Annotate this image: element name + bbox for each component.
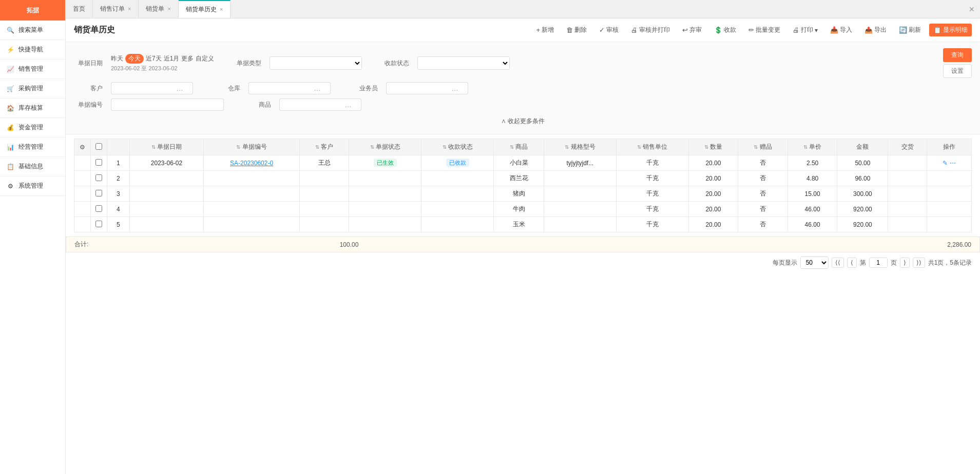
shortcut-more[interactable]: 更多	[181, 54, 194, 63]
cell-doc-no-0[interactable]: SA-20230602-0	[204, 155, 300, 171]
col-settings[interactable]: ⚙	[74, 139, 91, 155]
audit-button[interactable]: ✓ 审核	[595, 24, 623, 36]
goods-dots[interactable]: …	[344, 101, 352, 109]
col-doc-status[interactable]: ⇅ 单据状态	[349, 139, 421, 155]
tab-sales-delivery-history[interactable]: 销货单历史 ×	[179, 0, 230, 18]
cell-checkbox-4[interactable]	[91, 217, 107, 232]
batch-change-button[interactable]: ✏ 批量变更	[744, 24, 784, 36]
customer-input[interactable]	[114, 85, 176, 92]
select-all-checkbox[interactable]	[95, 143, 102, 150]
cell-actions-1[interactable]	[927, 171, 972, 186]
col-qty[interactable]: ⇅ 数量	[688, 139, 738, 155]
cell-actions-3[interactable]	[927, 202, 972, 217]
warehouse-dots[interactable]: …	[314, 84, 321, 92]
query-button[interactable]: 查询	[943, 48, 972, 62]
col-gift[interactable]: ⇅ 赠品	[738, 139, 788, 155]
tab-sales-order-close[interactable]: ×	[128, 6, 131, 12]
shortcut-7days[interactable]: 近7天	[146, 54, 162, 63]
tab-sales-delivery-close[interactable]: ×	[167, 6, 170, 12]
next-page-button[interactable]: ⟩	[900, 258, 910, 268]
basic-info-icon: 📋	[6, 163, 14, 171]
row-checkbox-0[interactable]	[95, 159, 102, 166]
col-payment-status[interactable]: ⇅ 收款状态	[421, 139, 494, 155]
col-spec[interactable]: ⇅ 规格型号	[544, 139, 616, 155]
shortcut-today[interactable]: 今天	[125, 54, 144, 64]
sidebar-item-inventory[interactable]: 🏠 库存核算	[0, 98, 65, 118]
page-number-input[interactable]	[869, 258, 888, 268]
collapse-more-button[interactable]: ∧ 收起更多条件	[74, 115, 972, 128]
cell-goods-0: 小白菜	[494, 155, 544, 171]
tab-bar-close-all[interactable]: ✕	[969, 5, 980, 13]
goods-input[interactable]	[283, 101, 344, 108]
cell-unit-price-3: 46.00	[787, 202, 837, 217]
export-button[interactable]: 📤 导出	[860, 24, 891, 36]
tab-sales-delivery[interactable]: 销货单 ×	[139, 0, 178, 18]
cell-checkbox-1[interactable]	[91, 171, 107, 186]
cell-checkbox-3[interactable]	[91, 202, 107, 217]
cell-unit-price-2: 15.00	[787, 186, 837, 202]
collect-button[interactable]: 💲 收款	[710, 24, 740, 36]
row-checkbox-4[interactable]	[95, 221, 102, 227]
prev-page-button[interactable]: ⟨	[847, 258, 857, 268]
cell-actions-0[interactable]: ✎⋯	[927, 155, 972, 171]
date-shortcuts: 昨天 今天 近7天 近1月 更多 自定义 2023-06-02 至 2023-0…	[111, 54, 214, 72]
row-checkbox-1[interactable]	[95, 174, 102, 181]
set-button[interactable]: 设置	[943, 64, 972, 78]
col-amount: 金额	[837, 139, 888, 155]
sidebar-item-basic-info[interactable]: 📋 基础信息	[0, 157, 65, 176]
audit-print-button[interactable]: 🖨 审核并打印	[627, 24, 674, 36]
refresh-button[interactable]: 🔄 刷新	[895, 24, 925, 36]
cell-actions-4[interactable]	[927, 217, 972, 232]
col-doc-no[interactable]: ⇅ 单据编号	[204, 139, 300, 155]
display-details-button[interactable]: 📋 显示明细	[929, 24, 972, 36]
doc-type-select[interactable]	[270, 56, 362, 70]
col-unit[interactable]: ⇅ 销售单位	[616, 139, 688, 155]
last-page-button[interactable]: ⟩⟩	[913, 258, 925, 268]
row-checkbox-2[interactable]	[95, 190, 102, 196]
delete-button[interactable]: 🗑 删除	[562, 24, 591, 36]
first-page-button[interactable]: ⟨⟨	[832, 258, 844, 268]
more-btn-0[interactable]: ⋯	[949, 160, 957, 167]
edit-btn-0[interactable]: ✎	[941, 160, 949, 167]
sidebar-item-finance[interactable]: 💰 资金管理	[0, 118, 65, 137]
col-customer[interactable]: ⇅ 客户	[299, 139, 349, 155]
salesperson-dots[interactable]: …	[451, 84, 458, 92]
add-button[interactable]: + 新增	[532, 24, 558, 36]
sidebar-logo: 拓据	[0, 0, 65, 21]
cell-checkbox-2[interactable]	[91, 186, 107, 202]
sales-icon: 📈	[6, 65, 14, 73]
sidebar-item-operations[interactable]: 📊 经营管理	[0, 137, 65, 157]
shortcut-yesterday[interactable]: 昨天	[111, 54, 123, 63]
sidebar-item-purchase[interactable]: 🛒 采购管理	[0, 79, 65, 98]
customer-dots[interactable]: …	[176, 84, 183, 92]
import-button[interactable]: 📥 导入	[826, 24, 856, 36]
col-doc-date[interactable]: ⇅ 单据日期	[129, 139, 204, 155]
tab-home[interactable]: 首页	[66, 0, 93, 18]
col-checkbox[interactable]	[91, 139, 107, 155]
salesperson-input[interactable]	[390, 85, 451, 92]
sidebar-item-system[interactable]: ⚙ 系统管理	[0, 176, 65, 196]
payment-status-select[interactable]	[417, 56, 510, 70]
table-row: 2 西兰花 千克 20.00 否 4.80 96.00	[74, 171, 972, 186]
cell-checkbox-0[interactable]	[91, 155, 107, 171]
cell-actions-2[interactable]	[927, 186, 972, 202]
col-goods[interactable]: ⇅ 商品	[494, 139, 544, 155]
tab-sales-order[interactable]: 销售订单 ×	[93, 0, 139, 18]
shortcut-custom[interactable]: 自定义	[196, 54, 214, 63]
page-size-select[interactable]: 50 100 200	[800, 256, 829, 269]
cell-doc-no-4[interactable]	[204, 217, 300, 232]
cell-doc-no-1[interactable]	[204, 171, 300, 186]
col-unit-price[interactable]: ⇅ 单价	[787, 139, 837, 155]
warehouse-input[interactable]	[252, 85, 314, 92]
discard-button[interactable]: ↩ 弃审	[678, 24, 706, 36]
print-button[interactable]: 🖨 打印 ▾	[789, 24, 822, 36]
sidebar-item-search-menu[interactable]: 🔍 搜索菜单	[0, 21, 65, 40]
cell-doc-no-2[interactable]	[204, 186, 300, 202]
cell-doc-no-3[interactable]	[204, 202, 300, 217]
tab-sales-delivery-history-close[interactable]: ×	[220, 7, 223, 12]
sidebar-item-sales[interactable]: 📈 销售管理	[0, 60, 65, 79]
shortcut-1month[interactable]: 近1月	[164, 54, 180, 63]
doc-no-input[interactable]	[111, 98, 224, 111]
sidebar-item-quick-nav[interactable]: ⚡ 快捷导航	[0, 40, 65, 60]
row-checkbox-3[interactable]	[95, 205, 102, 212]
